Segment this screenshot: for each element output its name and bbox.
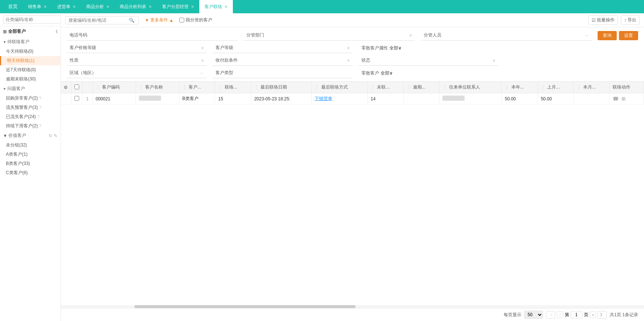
help-icon-4[interactable]: ? [39,124,42,128]
filter-region-dots[interactable]: ··· [200,70,204,76]
settings-button[interactable]: 设置 [619,31,638,40]
close-sales-icon[interactable]: ✕ [43,4,47,9]
filter-manager-dots[interactable]: ··· [585,33,589,38]
sidebar-group-problem[interactable]: ▼ 问题客户 [0,84,60,94]
sidebar-item-overdue[interactable]: 逾期未联络(30) [0,75,60,84]
help-icon-3[interactable]: ? [37,115,39,119]
filter-retail-customer-value[interactable]: 全部 [381,70,389,76]
query-button[interactable]: 查询 [598,31,617,40]
row-checkbox-cell[interactable] [71,93,82,104]
sidebar-item-churned[interactable]: 已流失客户(24) ? [0,112,60,121]
row-last-method[interactable]: 下销货单 [312,93,368,104]
sidebar-group-pending[interactable]: ▼ 待联络客户 [0,37,60,47]
filter-price-level-arrow[interactable]: ∨ [201,46,204,50]
col-last-date: ⋮ 最后联络日期 [251,82,311,93]
close-customer-tier-icon[interactable]: ✕ [191,4,194,9]
col-last-month: ⋮ 上月... [538,82,574,93]
filter-retail-attr-arrow[interactable]: ∨ [398,45,402,51]
call-icon[interactable]: ☎ [613,96,619,101]
nav-tab-analysis[interactable]: 商品分析 ✕ [81,0,115,13]
filter-nature-arrow[interactable]: ∨ [201,58,204,62]
footer: 每页显示 50 10 20 100 《 ‹ 第 页 › 》 共1页 1条记录 [61,308,644,321]
edit-icon[interactable]: ✎ [54,133,57,138]
nav-tab-analysis-list[interactable]: 商品分析列表 ✕ [115,0,157,13]
my-customers-checkbox-label[interactable]: 我分管的客户 [179,17,212,23]
close-analysis-list-icon[interactable]: ✕ [148,4,152,9]
col-contact-icon: ⋮ [218,84,223,90]
triangle-icon-3[interactable]: ▼ [3,133,7,138]
col-checkbox[interactable] [71,82,82,93]
close-analysis-icon[interactable]: ✕ [106,4,109,9]
page-size-select[interactable]: 50 10 20 100 [524,311,543,319]
sidebar-item-tomorrow[interactable]: 明天待联络(1) [0,56,60,65]
sidebar-item-churn-warning[interactable]: 流失预警客户(3) ? [0,103,60,112]
col-last-method-icon: ⋮ [315,84,319,90]
toolbar-right: ☑ 批量操作 ↑ 导出 [588,15,640,25]
help-icon-1[interactable]: ? [39,96,42,100]
filter-status-arrow[interactable]: ∨ [493,58,495,62]
col-uncontacted-icon: ⋮ [371,84,375,90]
filter-retail-customer: 零散客户 全部 ∨ [358,70,498,76]
filter-phone: 电话号码 [67,30,238,41]
sidebar-item-7days[interactable]: 近7天待联络(0) [0,65,60,75]
col-uncontacted: ⋮ 未联... [368,82,404,93]
sidebar-item-ungrouped[interactable]: 未分组(32) [0,141,60,150]
export-button[interactable]: ↑ 导出 [621,15,640,25]
batch-operation-button[interactable]: ☑ 批量操作 [588,15,618,25]
last-page-button[interactable]: 》 [598,311,607,319]
col-overdue-icon: ⋮ [407,84,411,90]
page-input[interactable] [571,311,582,318]
sidebar-item-b-class[interactable]: B类客户(33) [0,159,60,168]
nav-tab-sales[interactable]: 销售单 ✕ [23,0,52,13]
nav-tab-customer-tier[interactable]: 客户分层经营 ✕ [157,0,199,13]
col-settings[interactable]: ⚙ [61,82,71,93]
value-group-icons: ↻ ✎ [49,133,57,138]
select-all-checkbox[interactable] [74,84,79,89]
filter-retail-attr-value[interactable]: 全部 [389,45,398,51]
sidebar-search-input[interactable] [3,15,61,24]
sidebar-all-customers[interactable]: ⊞ 全部客户 《 [0,26,60,37]
close-customer-contact-icon[interactable]: ✕ [224,4,228,9]
prev-page-button[interactable]: ‹ [557,311,563,318]
filter-customer-type: 客户类型 [213,68,353,78]
toolbar-search-icon[interactable]: 🔍 [129,18,134,23]
first-page-button[interactable]: 《 [546,311,555,319]
filter-customer-level-arrow[interactable]: ∨ [347,46,350,50]
sidebar-item-c-class[interactable]: C类客户(6) [0,168,60,177]
row-checkbox[interactable] [74,96,79,101]
filter-more-button[interactable]: ▼ 更多条件 ▲ [142,16,176,24]
sidebar-item-today[interactable]: 今天待联络(0) [0,47,60,56]
horizontal-scrollbar[interactable] [61,305,644,308]
filter-dept-arrow[interactable]: ∨ [409,33,412,37]
col-last-method: ⋮ 最后联络方式 [312,82,368,93]
help-icon-2[interactable]: ? [39,106,42,110]
scrollbar-thumb[interactable] [134,305,356,308]
sidebar-item-declining[interactable]: 持续下滑客户(2) ? [0,121,60,131]
nav-tab-purchase[interactable]: 进货单 ✕ [52,0,81,13]
next-page-button[interactable]: › [590,311,596,318]
row-settings-cell [61,93,71,104]
sidebar-item-a-class[interactable]: A类客户(1) [0,150,60,159]
qr-icon[interactable]: ⊞ [622,96,626,101]
col-this-month: ⋮ 本月... [574,82,610,93]
toolbar-search-input[interactable] [69,18,127,23]
filter-price-level-label: 客户价格等级 [70,45,96,51]
my-customers-checkbox[interactable] [179,18,184,23]
col-contact: ⋮ 联络... [215,82,251,93]
close-purchase-icon[interactable]: ✕ [73,4,76,9]
unit-contact-masked [442,96,465,101]
nav-tab-customer-contact[interactable]: 客户联络 ✕ [199,0,233,13]
settings-icon[interactable]: ⚙ [64,85,68,90]
sidebar-item-abnormal[interactable]: 回购异常客户(2) ? [0,94,60,103]
filter-retail-customer-arrow[interactable]: ∨ [389,70,393,76]
row-this-year: 50.00 [502,93,538,104]
sidebar-search-area: 🔍 [0,13,60,26]
refresh-icon[interactable]: ↻ [49,133,52,138]
filter-payment-arrow[interactable]: ∨ [347,58,350,62]
col-unit-contact-icon: ⋮ [442,84,447,90]
collapse-icon[interactable]: 《 [54,29,57,34]
row-code[interactable]: 000021 [92,93,136,104]
row-name[interactable] [136,93,179,104]
filter-payment-label: 收付款条件 [216,57,238,63]
nav-home[interactable]: 首页 [3,0,23,13]
